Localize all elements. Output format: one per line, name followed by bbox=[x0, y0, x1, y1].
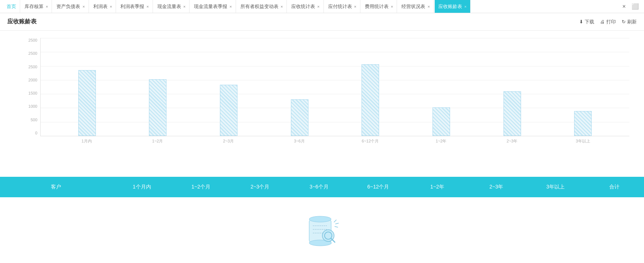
y-label-2500a: 2500 bbox=[29, 38, 37, 42]
th-36m: 3~6个月 bbox=[289, 184, 348, 190]
close-icon[interactable]: × bbox=[146, 4, 149, 9]
bar-36m bbox=[291, 99, 308, 136]
bar-23y bbox=[503, 91, 521, 136]
download-icon: ⬇ bbox=[579, 19, 583, 24]
refresh-button[interactable]: ↻ 刷新 bbox=[622, 19, 637, 25]
close-icon[interactable]: × bbox=[183, 4, 186, 9]
x-label-1m: 1月内 bbox=[76, 138, 98, 144]
th-12y: 1~2年 bbox=[408, 184, 467, 190]
close-icon[interactable]: × bbox=[464, 4, 467, 9]
chart-area: 2500 2500 2500 2000 1500 1000 500 0 bbox=[0, 31, 644, 177]
x-label-23m: 2~3月 bbox=[217, 138, 239, 144]
empty-illustration bbox=[302, 212, 342, 248]
close-icon[interactable]: × bbox=[391, 4, 393, 9]
tab-balance[interactable]: 资产负债表 × bbox=[53, 0, 89, 13]
close-icon[interactable]: × bbox=[354, 4, 356, 9]
page-title: 应收账龄表 bbox=[7, 18, 37, 26]
x-labels: 1月内 1~2月 2~3月 3~6月 6~12个月 1~2年 2~3年 3年以上 bbox=[40, 136, 629, 144]
y-label-2500b: 2500 bbox=[29, 51, 37, 56]
bar-group-3yplus bbox=[574, 111, 592, 136]
bar-group-36m bbox=[291, 99, 308, 136]
x-label-612m: 6~12个月 bbox=[359, 138, 381, 144]
bar-group-1m bbox=[78, 70, 96, 136]
close-icon[interactable]: × bbox=[427, 4, 430, 9]
close-icon[interactable]: × bbox=[229, 4, 232, 9]
th-23y: 2~3年 bbox=[467, 184, 526, 190]
y-label-2500c: 2500 bbox=[29, 65, 37, 69]
y-label-1500: 1500 bbox=[29, 91, 37, 95]
svg-line-11 bbox=[336, 223, 338, 224]
y-label-0: 0 bbox=[35, 131, 37, 135]
tab-ar-stats[interactable]: 应收统计表 × bbox=[288, 0, 323, 13]
th-23m: 2~3个月 bbox=[231, 184, 289, 190]
tab-ap-stats[interactable]: 应付统计表 × bbox=[325, 0, 360, 13]
th-3yplus: 3年以上 bbox=[526, 184, 585, 190]
print-icon: 🖨 bbox=[600, 19, 605, 24]
bar-12m bbox=[149, 79, 166, 136]
refresh-icon: ↻ bbox=[622, 19, 626, 24]
x-label-36m: 3~6月 bbox=[288, 138, 310, 144]
bar-12y bbox=[433, 107, 450, 136]
tab-ar-aging[interactable]: 应收账龄表 × bbox=[435, 0, 471, 13]
close-icon[interactable]: × bbox=[110, 4, 112, 9]
bar-group-23m bbox=[220, 85, 237, 136]
header-actions: ⬇ 下载 🖨 打印 ↻ 刷新 bbox=[579, 19, 637, 25]
x-label-12m: 1~2月 bbox=[147, 138, 169, 144]
tab-expense[interactable]: 费用统计表 × bbox=[361, 0, 397, 13]
x-label-23y: 2~3年 bbox=[501, 138, 523, 144]
tab-operations[interactable]: 经营状况表 × bbox=[398, 0, 434, 13]
th-612m: 6~12个月 bbox=[349, 184, 408, 190]
tab-equity[interactable]: 所有者权益变动表 × bbox=[237, 0, 287, 13]
bars-container bbox=[41, 38, 629, 136]
tab-bar: 首页 库存核算 × 资产负债表 × 利润表 × 利润表季报 × 现金流量表 × … bbox=[0, 0, 644, 13]
tab-inventory[interactable]: 库存核算 × bbox=[21, 0, 52, 13]
y-label-1000: 1000 bbox=[29, 104, 37, 108]
close-icon[interactable]: × bbox=[82, 4, 85, 9]
bar-3yplus bbox=[574, 111, 592, 136]
page-header: 应收账龄表 ⬇ 下载 🖨 打印 ↻ 刷新 bbox=[0, 13, 644, 31]
tab-profit[interactable]: 利润表 × bbox=[90, 0, 116, 13]
bar-group-12y bbox=[433, 107, 450, 136]
window-controls: × ⬜ bbox=[620, 1, 641, 11]
th-12m: 1~2个月 bbox=[171, 184, 230, 190]
bar-23m bbox=[220, 85, 237, 136]
close-icon[interactable]: × bbox=[281, 4, 283, 9]
bar-group-23y bbox=[503, 91, 521, 136]
y-label-500: 500 bbox=[31, 118, 37, 122]
tab-cashflow-q[interactable]: 现金流量表季报 × bbox=[190, 0, 236, 13]
bar-612m bbox=[362, 64, 379, 136]
svg-line-12 bbox=[335, 226, 338, 227]
download-button[interactable]: ⬇ 下载 bbox=[579, 19, 594, 25]
close-icon[interactable]: × bbox=[317, 4, 319, 9]
tab-profit-q[interactable]: 利润表季报 × bbox=[117, 0, 153, 13]
maximize-window-button[interactable]: ⬜ bbox=[629, 1, 641, 11]
print-button[interactable]: 🖨 打印 bbox=[600, 19, 616, 25]
tab-cashflow[interactable]: 现金流量表 × bbox=[154, 0, 190, 13]
bar-group-12m bbox=[149, 79, 166, 136]
svg-point-2 bbox=[309, 216, 331, 222]
main-content: 2500 2500 2500 2000 1500 1000 500 0 bbox=[0, 31, 644, 263]
th-total: 合计 bbox=[585, 184, 644, 190]
empty-state bbox=[0, 197, 644, 263]
th-1m: 1个月内 bbox=[112, 184, 171, 190]
table-header: 客户 1个月内 1~2个月 2~3个月 3~6个月 6~12个月 1~2年 2~… bbox=[0, 177, 644, 197]
tab-home[interactable]: 首页 bbox=[3, 0, 20, 13]
x-label-3yplus: 3年以上 bbox=[572, 138, 594, 144]
close-window-button[interactable]: × bbox=[620, 2, 628, 11]
close-icon[interactable]: × bbox=[46, 4, 48, 9]
y-label-2000: 2000 bbox=[29, 78, 37, 82]
chart-plot bbox=[40, 38, 629, 136]
th-customer: 客户 bbox=[0, 184, 112, 190]
svg-line-10 bbox=[334, 220, 336, 222]
bar-group-612m bbox=[362, 64, 379, 136]
x-label-12y: 1~2年 bbox=[430, 138, 452, 144]
bar-1m bbox=[78, 70, 96, 136]
